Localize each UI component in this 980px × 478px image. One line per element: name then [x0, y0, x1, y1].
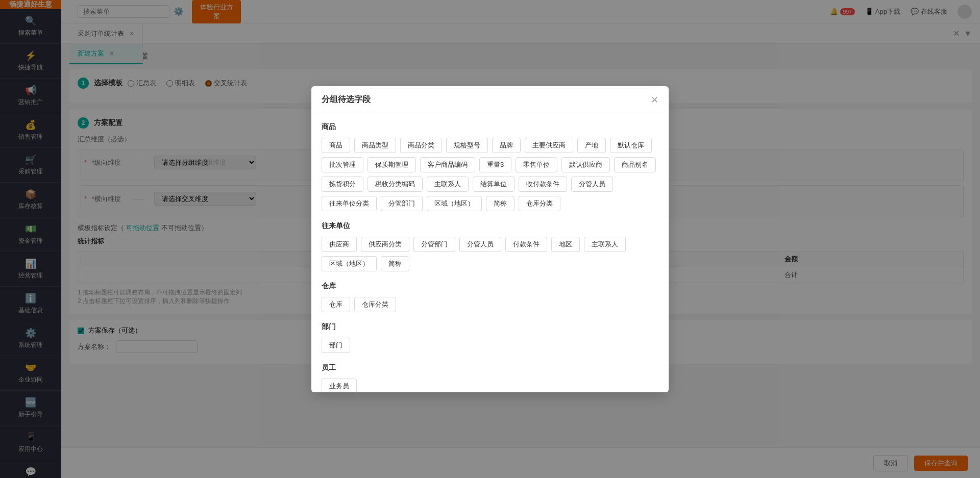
field-tag-1-6[interactable]: 主联系人 — [584, 237, 626, 252]
field-tag-0-0[interactable]: 商品 — [322, 138, 350, 153]
field-group-0: 商品商品商品类型商品分类规格型号品牌主要供应商产地默认仓库批次管理保质期管理客户… — [322, 122, 658, 211]
field-tag-1-1[interactable]: 供应商分类 — [361, 237, 409, 252]
field-tag-0-8[interactable]: 批次管理 — [322, 157, 363, 172]
field-tag-0-12[interactable]: 零售单位 — [516, 157, 557, 172]
field-select-dialog: 分组待选字段 ✕ 商品商品商品类型商品分类规格型号品牌主要供应商产地默认仓库批次… — [311, 86, 669, 392]
field-tag-0-20[interactable]: 分管人员 — [571, 177, 613, 192]
dialog-close-button[interactable]: ✕ — [651, 94, 658, 106]
field-group-title-0: 商品 — [322, 122, 658, 132]
field-tag-1-2[interactable]: 分管部门 — [413, 237, 455, 252]
field-group-2: 仓库仓库仓库分类 — [322, 282, 658, 312]
field-tag-3-0[interactable]: 部门 — [322, 338, 350, 353]
field-tag-0-5[interactable]: 主要供应商 — [525, 138, 573, 153]
field-tag-0-4[interactable]: 品牌 — [492, 138, 521, 153]
dialog-title: 分组待选字段 — [322, 94, 371, 105]
field-tag-0-19[interactable]: 收付款条件 — [519, 177, 567, 192]
field-tag-1-4[interactable]: 付款条件 — [505, 237, 547, 252]
field-tag-1-3[interactable]: 分管人员 — [459, 237, 501, 252]
field-tags-2: 仓库仓库分类 — [322, 297, 658, 312]
field-tag-0-22[interactable]: 分管部门 — [381, 196, 423, 211]
field-tag-4-0[interactable]: 业务员 — [322, 379, 357, 392]
field-tags-0: 商品商品类型商品分类规格型号品牌主要供应商产地默认仓库批次管理保质期管理客户商品… — [322, 138, 658, 211]
field-tag-0-13[interactable]: 默认供应商 — [561, 157, 610, 172]
field-tag-1-0[interactable]: 供应商 — [322, 237, 357, 252]
field-tags-4: 业务员 — [322, 379, 658, 392]
field-group-title-2: 仓库 — [322, 282, 658, 291]
field-tag-0-16[interactable]: 税收分类编码 — [368, 177, 423, 192]
field-tag-0-24[interactable]: 简称 — [486, 196, 514, 211]
field-tag-0-7[interactable]: 默认仓库 — [610, 138, 652, 153]
dialog-body: 商品商品商品类型商品分类规格型号品牌主要供应商产地默认仓库批次管理保质期管理客户… — [311, 112, 669, 392]
field-tag-2-0[interactable]: 仓库 — [322, 297, 350, 312]
field-group-4: 员工业务员 — [322, 363, 658, 392]
field-group-title-3: 部门 — [322, 322, 658, 332]
field-tag-0-21[interactable]: 往来单位分类 — [322, 196, 377, 211]
dialog-header: 分组待选字段 ✕ — [311, 86, 669, 112]
field-tag-0-10[interactable]: 客户商品编码 — [420, 157, 475, 172]
field-tag-2-1[interactable]: 仓库分类 — [354, 297, 396, 312]
field-group-3: 部门部门 — [322, 322, 658, 353]
field-tag-0-17[interactable]: 主联系人 — [427, 177, 469, 192]
field-tags-1: 供应商供应商分类分管部门分管人员付款条件地区主联系人区域（地区）简称 — [322, 237, 658, 271]
field-group-title-1: 往来单位 — [322, 221, 658, 231]
field-tag-0-3[interactable]: 规格型号 — [446, 138, 488, 153]
field-tag-0-23[interactable]: 区域（地区） — [427, 196, 482, 211]
field-tag-0-18[interactable]: 结算单位 — [473, 177, 514, 192]
field-tag-0-14[interactable]: 商品别名 — [614, 157, 656, 172]
field-tags-3: 部门 — [322, 338, 658, 353]
field-tag-1-5[interactable]: 地区 — [551, 237, 580, 252]
field-tag-0-15[interactable]: 拣货积分 — [322, 177, 363, 192]
field-tag-1-8[interactable]: 简称 — [381, 256, 409, 271]
field-tag-0-11[interactable]: 重量3 — [479, 157, 511, 172]
field-tag-1-7[interactable]: 区域（地区） — [322, 256, 377, 271]
field-tag-0-6[interactable]: 产地 — [577, 138, 606, 153]
field-group-title-4: 员工 — [322, 363, 658, 372]
field-tag-0-1[interactable]: 商品类型 — [354, 138, 396, 153]
field-group-1: 往来单位供应商供应商分类分管部门分管人员付款条件地区主联系人区域（地区）简称 — [322, 221, 658, 271]
field-tag-0-9[interactable]: 保质期管理 — [368, 157, 416, 172]
field-tag-0-25[interactable]: 仓库分类 — [519, 196, 560, 211]
dialog-overlay: 分组待选字段 ✕ 商品商品商品类型商品分类规格型号品牌主要供应商产地默认仓库批次… — [0, 0, 980, 478]
field-tag-0-2[interactable]: 商品分类 — [400, 138, 442, 153]
